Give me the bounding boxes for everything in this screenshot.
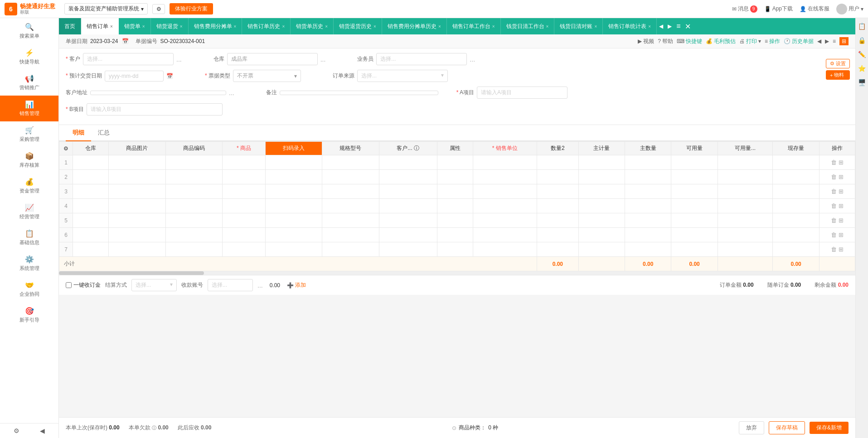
print-btn[interactable]: 🖨 打印 ▾: [739, 38, 761, 45]
horizontal-scrollbar[interactable]: [59, 271, 855, 275]
row5-product[interactable]: [223, 213, 266, 228]
row1-qty2[interactable]: [537, 155, 578, 170]
sidebar-item-collab[interactable]: 🤝 企业协同: [0, 276, 58, 302]
tab-cash-workbench[interactable]: 钱货日清工作台 ×: [501, 18, 555, 34]
row3-attribute[interactable]: [437, 184, 473, 199]
date-calendar-icon[interactable]: 📅: [166, 73, 173, 79]
tab-expense-history[interactable]: 销售费用分摊单历史 ×: [382, 18, 447, 34]
tab-menu-icon[interactable]: ≡: [674, 22, 683, 30]
tab-expense-alloc[interactable]: 销售费用分摊单 ×: [189, 18, 242, 34]
row5-unit[interactable]: [473, 213, 537, 228]
row2-main-qty[interactable]: [625, 170, 671, 184]
row7-main-unit[interactable]: [578, 242, 625, 257]
row4-product[interactable]: [223, 199, 266, 213]
online-service-button[interactable]: 👤 在线客服: [800, 5, 829, 13]
row5-copy-btn[interactable]: ⊞: [839, 217, 844, 224]
user-menu[interactable]: 用户 ▾: [836, 4, 863, 14]
sidebar-item-guide[interactable]: 🎯 新手引导: [0, 302, 58, 328]
row3-main-unit[interactable]: [578, 184, 625, 199]
row7-spec[interactable]: [322, 242, 379, 257]
shortcut-btn[interactable]: ⌨ 快捷键: [677, 38, 702, 45]
industry-button[interactable]: 体验行业方案: [170, 3, 213, 14]
row5-delete-btn[interactable]: 🗑: [831, 217, 837, 224]
sidebar-item-system[interactable]: ⚙️ 系统管理: [0, 250, 58, 276]
row4-customer-code[interactable]: [379, 199, 437, 213]
row3-main-qty[interactable]: [625, 184, 671, 199]
row4-scan[interactable]: [265, 199, 322, 213]
tab-summary[interactable]: 汇总: [91, 125, 116, 141]
calendar-icon[interactable]: 📅: [122, 38, 129, 44]
row6-unit[interactable]: [473, 228, 537, 242]
row6-main-qty[interactable]: [625, 228, 671, 242]
tab-sales-order-close[interactable]: ×: [110, 24, 113, 29]
system-name-dropdown[interactable]: 装备及固定资产辅助管理系统 ▾: [64, 3, 148, 14]
row7-product[interactable]: [223, 242, 266, 257]
th-scan[interactable]: 扫码录入: [265, 142, 322, 155]
tab-sales-return[interactable]: 销货退货 ×: [151, 18, 189, 34]
tab-cash-workbench-close[interactable]: ×: [546, 24, 549, 29]
tab-order-history[interactable]: 销售订单历史 ×: [242, 18, 291, 34]
right-sidebar-star-icon[interactable]: ⭐: [858, 65, 866, 72]
sidebar-item-purchase[interactable]: 🛒 采购管理: [0, 121, 58, 147]
save-new-button[interactable]: 保存&新增: [810, 422, 849, 434]
row6-attribute[interactable]: [437, 228, 473, 242]
row6-customer-code[interactable]: [379, 228, 437, 242]
row1-warehouse[interactable]: [73, 155, 109, 170]
right-sidebar-clipboard-icon[interactable]: 📋: [858, 23, 866, 30]
a-project-input[interactable]: 请输入A项目: [477, 87, 567, 99]
row3-product[interactable]: [223, 184, 266, 199]
tab-cash-reconcile-close[interactable]: ×: [594, 24, 597, 29]
row2-attribute[interactable]: [437, 170, 473, 184]
tab-invoice-history-close[interactable]: ×: [325, 24, 328, 29]
row1-spec[interactable]: [322, 155, 379, 170]
row7-qty2[interactable]: [537, 242, 578, 257]
row4-copy-btn[interactable]: ⊞: [839, 202, 844, 209]
sidebar-settings-icon[interactable]: ⚙: [14, 427, 19, 434]
tab-return-history-close[interactable]: ×: [373, 24, 376, 29]
operation-btn[interactable]: ≡ 操作: [765, 38, 780, 45]
row1-main-qty[interactable]: [625, 155, 671, 170]
row4-code[interactable]: [165, 199, 222, 213]
row7-attribute[interactable]: [437, 242, 473, 257]
staff-ellipsis[interactable]: ...: [470, 56, 475, 63]
invoice-select[interactable]: 不开票 ▾: [233, 70, 301, 82]
right-sidebar-screen-icon[interactable]: 🖥️: [858, 79, 866, 86]
remark-input[interactable]: [280, 91, 438, 95]
b-project-input[interactable]: 请输入B项目: [87, 103, 223, 116]
row3-warehouse[interactable]: [73, 184, 109, 199]
tab-expense-alloc-close[interactable]: ×: [234, 24, 237, 29]
sidebar-item-search[interactable]: 🔍 搜索菜单: [0, 18, 58, 44]
row2-spec[interactable]: [322, 170, 379, 184]
sidebar-item-sales[interactable]: 📊 销售管理: [0, 96, 58, 121]
row6-product[interactable]: [223, 228, 266, 242]
tab-cash-reconcile[interactable]: 钱货日清对账 ×: [554, 18, 603, 34]
row7-delete-btn[interactable]: 🗑: [831, 246, 837, 253]
tab-order-history-close[interactable]: ×: [282, 24, 285, 29]
row2-qty2[interactable]: [537, 170, 578, 184]
tile-view-btn[interactable]: ⊞: [839, 37, 849, 45]
delivery-date-input[interactable]: yyyy-mm-dd: [105, 71, 164, 82]
row3-customer-code[interactable]: [379, 184, 437, 199]
row5-qty2[interactable]: [537, 213, 578, 228]
tab-order-stats[interactable]: 销售订单统计表 ×: [603, 18, 657, 34]
auto-settle-input[interactable]: [66, 282, 72, 288]
settle-method-select[interactable]: 选择... ▾: [131, 279, 177, 291]
row1-copy-btn[interactable]: ⊞: [839, 159, 844, 166]
row2-copy-btn[interactable]: ⊞: [839, 173, 844, 180]
row6-spec[interactable]: [322, 228, 379, 242]
history-btn[interactable]: 🕐 历史单据: [784, 38, 814, 45]
row7-copy-btn[interactable]: ⊞: [839, 246, 844, 253]
row4-spec[interactable]: [322, 199, 379, 213]
sidebar-item-nav[interactable]: ⚡ 快捷导航: [0, 44, 58, 70]
row5-scan[interactable]: [265, 213, 322, 228]
save-draft-button[interactable]: 保存草稿: [769, 421, 805, 434]
add-material-button[interactable]: + 物料: [826, 70, 850, 80]
row4-warehouse[interactable]: [73, 199, 109, 213]
tab-sales-return-close[interactable]: ×: [180, 24, 183, 29]
row7-scan[interactable]: [265, 242, 322, 257]
row1-delete-btn[interactable]: 🗑: [831, 159, 837, 166]
row2-scan[interactable]: [265, 170, 322, 184]
row1-scan[interactable]: [265, 155, 322, 170]
profit-btn[interactable]: 💰 毛利预估: [706, 38, 736, 45]
row2-product[interactable]: [223, 170, 266, 184]
